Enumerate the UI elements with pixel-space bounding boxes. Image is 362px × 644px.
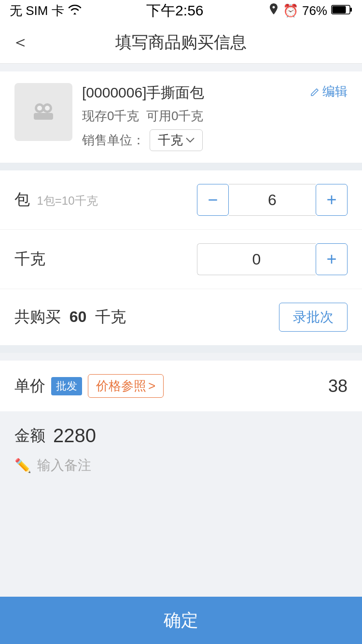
pack-quantity-input[interactable] (229, 184, 316, 216)
location-icon (268, 3, 279, 19)
note-placeholder: 输入备注 (37, 456, 91, 475)
carrier-text: 无 SIM 卡 (10, 2, 64, 19)
battery-text: 76% (302, 3, 327, 18)
product-card: [0000006]手撕面包 编辑 现存0千克 可用0千克 销售单位： 千克 (0, 71, 362, 163)
svg-point-4 (37, 106, 42, 111)
status-bar: 无 SIM 卡 下午2:56 ⏰ 76% (0, 0, 362, 21)
pack-label: 包 (14, 191, 30, 208)
unit-select[interactable]: 千克 (150, 129, 203, 151)
svg-rect-1 (350, 8, 352, 12)
total-label: 共购买 60 千克 (14, 307, 126, 328)
product-stock: 现存0千克 可用0千克 (82, 108, 348, 125)
price-left: 单价 批发 价格参照 > (14, 374, 164, 398)
pack-plus-button[interactable]: + (316, 184, 348, 216)
pack-label-group: 包 1包=10千克 (14, 189, 98, 210)
status-carrier: 无 SIM 卡 (10, 2, 82, 19)
amount-value: 2280 (53, 425, 96, 447)
product-name-row: [0000006]手撕面包 编辑 (82, 83, 348, 103)
amount-row: 金额 2280 (14, 425, 348, 456)
wifi-icon (68, 3, 82, 18)
kg-quantity-input[interactable] (197, 243, 316, 275)
confirm-button[interactable]: 确定 (0, 597, 362, 644)
edit-button[interactable]: 编辑 (310, 83, 348, 100)
product-unit-row: 销售单位： 千克 (82, 129, 348, 151)
price-row: 单价 批发 价格参照 > 38 (14, 374, 348, 398)
back-button[interactable]: ＜ (12, 30, 29, 54)
kg-plus-button[interactable]: + (316, 243, 348, 275)
product-info: [0000006]手撕面包 编辑 现存0千克 可用0千克 销售单位： 千克 (82, 83, 348, 151)
svg-rect-7 (34, 113, 53, 120)
price-ref-button[interactable]: 价格参照 > (88, 374, 164, 398)
alarm-icon: ⏰ (283, 3, 298, 18)
page-title: 填写商品购买信息 (115, 31, 247, 54)
product-image (14, 83, 72, 141)
price-badge: 批发 (51, 377, 82, 395)
price-value: 38 (328, 376, 348, 396)
divider-2 (0, 345, 362, 353)
nav-bar: ＜ 填写商品购买信息 (0, 21, 362, 64)
note-row[interactable]: ✏️ 输入备注 (14, 456, 348, 484)
svg-point-6 (45, 106, 50, 111)
amount-section: 金额 2280 ✏️ 输入备注 (0, 411, 362, 484)
kg-quantity-row: 千克 + (0, 230, 362, 289)
battery-icon (331, 3, 352, 18)
status-time: 下午2:56 (146, 1, 203, 21)
amount-label: 金额 (14, 425, 45, 447)
kg-quantity-control: + (197, 243, 348, 275)
pack-hint: 1包=10千克 (37, 194, 97, 207)
pack-minus-button[interactable]: − (197, 184, 229, 216)
kg-label: 千克 (14, 250, 45, 267)
price-section: 单价 批发 价格参照 > 38 (0, 361, 362, 411)
kg-label-group: 千克 (14, 249, 45, 270)
pack-quantity-row: 包 1包=10千克 − + (0, 170, 362, 230)
price-label: 单价 (14, 376, 45, 397)
pack-quantity-control: − + (197, 184, 348, 216)
product-name: [0000006]手撕面包 (82, 83, 204, 103)
status-indicators: ⏰ 76% (268, 3, 352, 19)
note-icon: ✏️ (14, 458, 31, 474)
divider-1 (0, 163, 362, 170)
total-row: 共购买 60 千克 录批次 (0, 289, 362, 345)
batch-button[interactable]: 录批次 (279, 303, 348, 332)
svg-rect-2 (332, 6, 346, 13)
